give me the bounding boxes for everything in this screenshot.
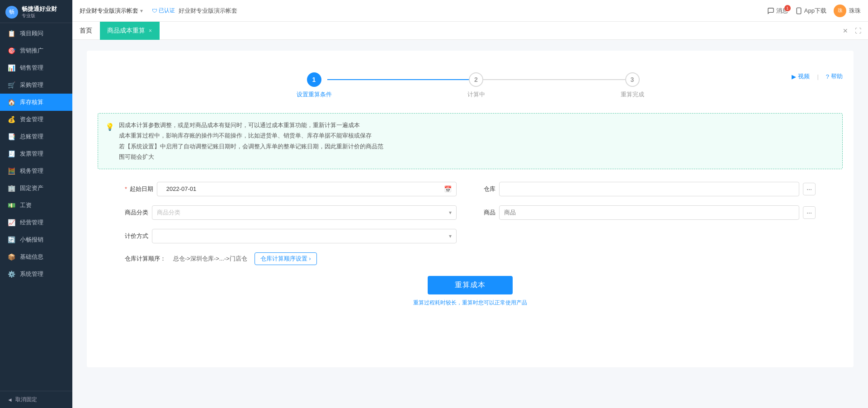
close-window-button[interactable]: ✕ — [841, 26, 850, 35]
step-1-circle: 1 — [307, 72, 321, 87]
steps-help: ▶ 视频 | ? 帮助 — [792, 72, 843, 81]
warehouse-more-button[interactable]: ··· — [803, 183, 816, 195]
operation-icon: 📈 — [7, 218, 15, 227]
sidebar-item-marketing[interactable]: 🎯 营销推广 — [0, 42, 72, 59]
message-badge: 1 — [784, 5, 791, 11]
sidebar-item-purchase[interactable]: 🛒 采购管理 — [0, 76, 72, 94]
product-field: 商品 ··· — [484, 205, 816, 220]
account-dropdown-arrow[interactable]: ▾ — [140, 8, 143, 14]
account-full-name: 好业财专业版演示帐套 — [179, 7, 237, 15]
tab-close-icon[interactable]: × — [149, 28, 152, 34]
message-icon — [767, 7, 774, 14]
main-area: 好业财专业版演示帐套 ▾ 🛡 已认证 好业财专业版演示帐套 消息 1 App下载… — [72, 0, 868, 408]
inventory-icon: 🏠 — [7, 98, 15, 106]
warehouse-input-wrapper — [499, 182, 799, 196]
recalc-button[interactable]: 重算成本 — [428, 276, 513, 294]
sidebar-logo-text: 畅捷通好业财 专业版 — [22, 5, 57, 19]
calendar-icon[interactable]: 📅 — [444, 185, 452, 193]
play-icon: ▶ — [792, 73, 796, 80]
sidebar-item-salary[interactable]: 💵 工资 — [0, 197, 72, 214]
user-name: 珠珠 — [849, 7, 861, 15]
warehouse-order-settings-button[interactable]: 仓库计算顺序设置 › — [255, 252, 317, 265]
warehouse-label: 仓库 — [484, 185, 495, 193]
sidebar-item-operation[interactable]: 📈 经营管理 — [0, 214, 72, 231]
category-select-value: 商品分类 — [157, 209, 449, 217]
sidebar-item-assets[interactable]: 🏢 固定资产 — [0, 180, 72, 197]
pricing-field: 计价方式 ▾ — [125, 229, 457, 243]
user-menu[interactable]: 珠 珠珠 — [834, 5, 861, 17]
steps-container: 1 设置重算条件 2 计算中 3 重算完成 — [98, 62, 843, 99]
topbar-account: 好业财专业版演示帐套 ▾ 🛡 已认证 好业财专业版演示帐套 — [80, 7, 767, 15]
sidebar-item-inventory[interactable]: 🏠 库存核算 — [0, 94, 72, 111]
sidebar-unpin-button[interactable]: ◄ 取消固定 — [0, 391, 72, 408]
unpin-icon: ◄ — [7, 397, 13, 403]
warehouse-order-value: 总仓->深圳仓库->...->门店仓 — [173, 255, 247, 263]
category-select[interactable]: 商品分类 ▾ — [152, 205, 457, 220]
svg-rect-0 — [797, 8, 801, 14]
product-label: 商品 — [484, 209, 495, 217]
product-more-button[interactable]: ··· — [803, 206, 816, 219]
warehouse-order-row: 仓库计算顺序： 总仓->深圳仓库->...->门店仓 仓库计算顺序设置 › — [125, 252, 816, 265]
pricing-select[interactable]: ▾ — [152, 229, 457, 243]
info-box: 💡 因成本计算参数调整，或是对商品成本有疑问时，可以通过成本重算功能，重新计算一… — [98, 113, 843, 169]
sidebar-item-project[interactable]: 📋 项目顾问 — [0, 25, 72, 42]
warehouse-input[interactable] — [504, 185, 794, 192]
tabbar: 首页 商品成本重算 × ✕ ⛶ — [72, 22, 868, 40]
sidebar-item-invoice[interactable]: 🧾 发票管理 — [0, 145, 72, 162]
marketing-icon: 🎯 — [7, 47, 15, 55]
sidebar-item-basic[interactable]: 📦 基础信息 — [0, 248, 72, 266]
content-area: 1 设置重算条件 2 计算中 3 重算完成 — [72, 40, 868, 408]
step-2-circle: 2 — [469, 72, 483, 87]
sidebar-item-finance[interactable]: 💰 资金管理 — [0, 111, 72, 128]
tab-product-recalc[interactable]: 商品成本重算 × — [100, 22, 160, 40]
form-row-3: 计价方式 ▾ — [125, 229, 816, 243]
tabbar-controls: ✕ ⛶ — [841, 26, 868, 35]
question-icon: ? — [826, 73, 829, 80]
help-button[interactable]: ? 帮助 — [826, 72, 843, 81]
product-input[interactable] — [504, 209, 794, 216]
pricing-dropdown-arrow: ▾ — [449, 233, 452, 239]
step-2-label: 计算中 — [467, 90, 485, 99]
accounting-icon: 📑 — [7, 133, 15, 141]
product-input-wrapper — [499, 205, 799, 220]
start-date-field: * 起始日期 📅 — [125, 182, 457, 196]
tab-home[interactable]: 首页 — [72, 22, 100, 40]
tax-icon: 🧮 — [7, 167, 15, 175]
invoice-icon: 🧾 — [7, 150, 15, 158]
expand-window-button[interactable]: ⛶ — [854, 26, 863, 35]
basic-icon: 📦 — [7, 253, 15, 261]
sidebar-item-expense[interactable]: 🔄 小畅报销 — [0, 231, 72, 248]
system-icon: ⚙️ — [7, 270, 15, 278]
video-help-button[interactable]: ▶ 视频 — [792, 72, 810, 81]
salary-icon: 💵 — [7, 201, 15, 209]
app-download-button[interactable]: App下载 — [795, 7, 826, 15]
recalc-hint: 重算过程耗时较长，重算时您可以正常使用产品 — [413, 299, 527, 307]
start-date-input[interactable] — [162, 182, 444, 196]
shield-icon: 🛡 — [152, 8, 157, 14]
recalc-section: 重算成本 重算过程耗时较长，重算时您可以正常使用产品 — [98, 276, 843, 307]
sidebar-item-tax[interactable]: 🧮 税务管理 — [0, 162, 72, 180]
step-1: 1 设置重算条件 — [297, 72, 332, 99]
step-3-label: 重算完成 — [621, 90, 644, 99]
message-button[interactable]: 消息 1 — [767, 7, 788, 15]
sidebar-item-sales[interactable]: 📊 销售管理 — [0, 59, 72, 76]
warehouse-order-label: 仓库计算顺序： — [125, 255, 166, 263]
step-1-label: 设置重算条件 — [297, 90, 332, 99]
sidebar-item-accounting[interactable]: 📑 总账管理 — [0, 128, 72, 145]
app-logo-icon: 畅 — [5, 6, 18, 19]
user-avatar: 珠 — [834, 5, 846, 17]
account-name: 好业财专业版演示帐套 — [80, 7, 138, 15]
sidebar-item-system[interactable]: ⚙️ 系统管理 — [0, 266, 72, 283]
step-3-circle: 3 — [625, 72, 640, 87]
phone-icon — [795, 7, 802, 14]
category-field: 商品分类 商品分类 ▾ — [125, 205, 457, 220]
project-icon: 📋 — [7, 29, 15, 38]
sidebar-nav: 📋 项目顾问 🎯 营销推广 📊 销售管理 🛒 采购管理 🏠 库存核算 💰 资金管… — [0, 23, 72, 391]
purchase-icon: 🛒 — [7, 81, 15, 89]
category-dropdown-arrow: ▾ — [449, 209, 452, 216]
pricing-label: 计价方式 — [125, 232, 148, 240]
assets-icon: 🏢 — [7, 184, 15, 192]
expense-icon: 🔄 — [7, 236, 15, 244]
step-line-1-2 — [327, 79, 472, 80]
topbar-actions: 消息 1 App下载 珠 珠珠 — [767, 5, 861, 17]
